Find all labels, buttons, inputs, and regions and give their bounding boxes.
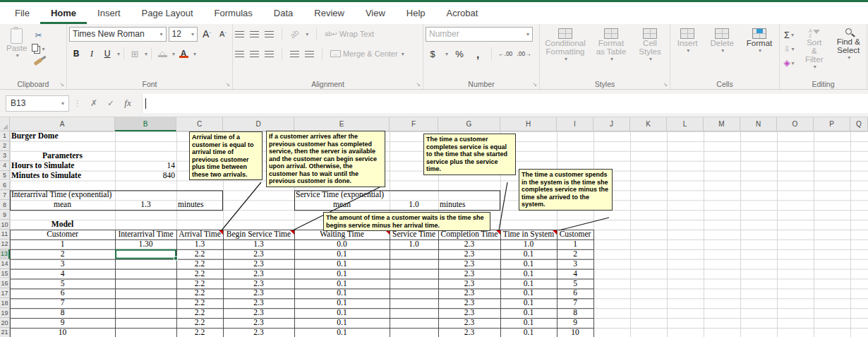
cell-D15[interactable]: 2.3: [223, 269, 294, 279]
row-header-12[interactable]: 12: [0, 240, 10, 249]
orientation-icon[interactable]: ab: [289, 28, 301, 40]
clear-icon[interactable]: ◈▾: [782, 56, 796, 70]
align-right-icon[interactable]: [265, 51, 274, 57]
name-box[interactable]: B13▾: [6, 95, 69, 112]
cell-C13[interactable]: 2.2: [176, 249, 223, 259]
cell-E20[interactable]: 0.1: [294, 318, 390, 328]
cell-A8[interactable]: mean: [10, 200, 115, 210]
cell-B4[interactable]: 14: [115, 161, 176, 171]
insert-cells-button[interactable]: Insert▾: [673, 26, 702, 78]
cell-E18[interactable]: 0.1: [294, 298, 390, 308]
copy-icon[interactable]: ▾: [31, 42, 45, 56]
cell-G17[interactable]: 2.3: [438, 288, 500, 298]
align-middle-icon[interactable]: [250, 31, 259, 37]
col-header-B[interactable]: B: [115, 117, 176, 131]
cell-A7[interactable]: Interarrival Time (exponential): [10, 190, 115, 200]
cell-H19[interactable]: 0.1: [500, 308, 557, 318]
cell-H21[interactable]: 0.1: [500, 328, 557, 337]
clipboard-dialog-launcher[interactable]: ↘: [59, 81, 64, 88]
cell-H15[interactable]: 0.1: [500, 269, 557, 279]
row-header-2[interactable]: 2: [0, 141, 10, 151]
cell-D18[interactable]: 2.3: [223, 298, 294, 308]
cell-H18[interactable]: 0.1: [500, 298, 557, 308]
cell-E15[interactable]: 0.1: [294, 269, 390, 279]
cell-G21[interactable]: 2.3: [438, 328, 500, 337]
wrap-text-button[interactable]: ab↩Wrap Text: [325, 30, 374, 38]
increase-indent-icon[interactable]: [305, 51, 314, 57]
cell-C17[interactable]: 2.2: [176, 288, 223, 298]
italic-button[interactable]: I: [85, 47, 99, 61]
col-header-H[interactable]: H: [500, 117, 557, 131]
cell-C20[interactable]: 2.2: [176, 318, 223, 328]
cell-G12[interactable]: 2.3: [438, 240, 500, 249]
cell-A19[interactable]: 8: [10, 308, 115, 318]
cell-A18[interactable]: 7: [10, 298, 115, 308]
col-header-P[interactable]: P: [814, 117, 850, 131]
cut-icon[interactable]: ✂: [31, 29, 45, 42]
tab-help[interactable]: Help: [396, 2, 436, 24]
cell-A21[interactable]: 10: [10, 328, 115, 337]
cell-A1[interactable]: Burger Dome: [10, 131, 115, 141]
cell-F8[interactable]: 1.0: [390, 200, 438, 210]
increase-decimal-icon[interactable]: ←.00: [498, 47, 512, 61]
cell-A11[interactable]: Customer: [10, 230, 115, 240]
cell-E12[interactable]: 0.0: [294, 240, 390, 249]
cell-E8[interactable]: mean: [294, 200, 390, 210]
col-header-F[interactable]: F: [390, 117, 438, 131]
row-header-20[interactable]: 20: [0, 318, 10, 328]
tab-page-layout[interactable]: Page Layout: [131, 2, 204, 24]
decrease-decimal-icon[interactable]: .00→: [517, 47, 531, 61]
cell-D19[interactable]: 2.3: [223, 308, 294, 318]
cell-A5[interactable]: Minutes to Simulate: [10, 171, 115, 181]
confirm-entry-icon[interactable]: ✓: [102, 98, 119, 108]
cell-H11[interactable]: Time in System: [500, 230, 557, 240]
tab-home[interactable]: Home: [40, 2, 87, 24]
align-left-icon[interactable]: [235, 51, 244, 57]
conditional-formatting-button[interactable]: Conditional Formatting▾: [542, 26, 589, 78]
cell-D21[interactable]: 2.3: [223, 328, 294, 337]
cell-A3[interactable]: Parameters: [10, 151, 115, 161]
currency-icon[interactable]: $: [426, 47, 440, 61]
number-dialog-launcher[interactable]: ↘: [532, 81, 537, 88]
align-bottom-icon[interactable]: [265, 31, 274, 37]
cell-C14[interactable]: 2.2: [176, 259, 223, 269]
cell-C8[interactable]: minutes: [176, 200, 223, 210]
cell-G18[interactable]: 2.3: [438, 298, 500, 308]
merge-center-button[interactable]: ↔Merge & Center▾: [330, 49, 404, 58]
row-header-4[interactable]: 4: [0, 161, 10, 171]
fill-icon[interactable]: ⇩▾: [782, 42, 796, 56]
cell-D17[interactable]: 2.3: [223, 288, 294, 298]
cell-E14[interactable]: 0.1: [294, 259, 390, 269]
row-header-15[interactable]: 15: [0, 269, 10, 279]
tab-file[interactable]: File: [4, 2, 40, 24]
tab-acrobat[interactable]: Acrobat: [436, 2, 489, 24]
cell-G15[interactable]: 2.3: [438, 269, 500, 279]
cell-A20[interactable]: 9: [10, 318, 115, 328]
cell-D12[interactable]: 1.3: [223, 240, 294, 249]
cell-I20[interactable]: 9: [557, 318, 593, 328]
cell-E7[interactable]: Service Time (exponential): [294, 190, 390, 200]
cell-B8[interactable]: 1.3: [115, 200, 176, 210]
cell-D13[interactable]: 2.3: [223, 249, 294, 259]
cell-B12[interactable]: 1.30: [115, 240, 176, 249]
cell-I19[interactable]: 8: [557, 308, 593, 318]
font-size-combo[interactable]: 12▾: [169, 27, 198, 42]
cell-C12[interactable]: 1.3: [176, 240, 223, 249]
row-header-14[interactable]: 14: [0, 259, 10, 269]
col-header-M[interactable]: M: [704, 117, 740, 131]
autosum-icon[interactable]: Σ▾: [782, 28, 796, 42]
cell-B11[interactable]: Interarrival Time: [115, 230, 176, 240]
col-header-K[interactable]: K: [630, 117, 667, 131]
alignment-dialog-launcher[interactable]: ↘: [416, 81, 421, 88]
row-header-16[interactable]: 16: [0, 279, 10, 289]
select-all-corner[interactable]: [0, 117, 10, 131]
col-header-G[interactable]: G: [438, 117, 500, 131]
cell-G14[interactable]: 2.3: [438, 259, 500, 269]
cell-C15[interactable]: 2.2: [176, 269, 223, 279]
font-name-combo[interactable]: Times New Roman▾: [69, 27, 167, 42]
cell-I12[interactable]: 1: [557, 240, 593, 249]
cell-A10[interactable]: Model: [10, 220, 115, 230]
col-header-A[interactable]: A: [10, 117, 115, 131]
row-header-19[interactable]: 19: [0, 308, 10, 318]
cell-F11[interactable]: Service Time: [390, 230, 438, 240]
